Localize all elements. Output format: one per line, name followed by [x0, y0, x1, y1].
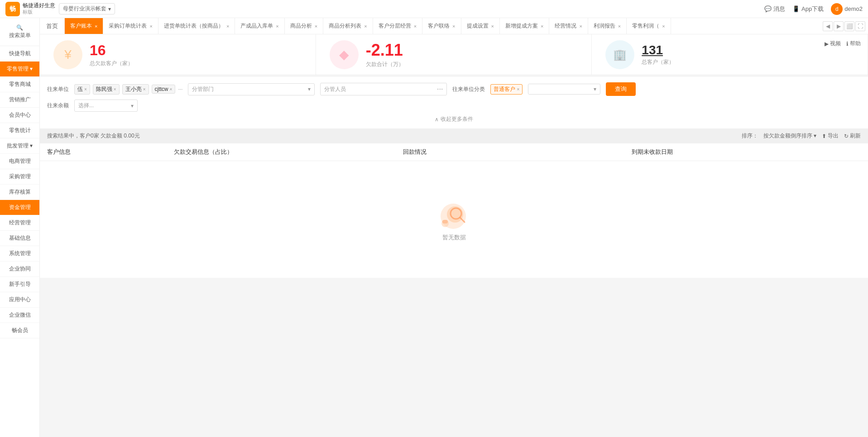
refresh-button[interactable]: ↻ 刷新 — [844, 132, 861, 140]
filter-more-tags[interactable]: ··· — [178, 86, 182, 92]
sidebar-item-finance[interactable]: 资金管理 — [0, 200, 39, 215]
sidebar-item-purchase[interactable]: 采购管理 — [0, 169, 39, 185]
person-filter-select[interactable]: 分管人员 ··· — [320, 83, 447, 95]
filter-tag-normal-close[interactable]: × — [517, 87, 519, 92]
tab-customer-layer[interactable]: 客户分层经营 × — [373, 18, 422, 34]
tab-customer-ledger[interactable]: 客户账本 × — [65, 18, 103, 34]
tab-product-analysis[interactable]: 商品分析 × — [285, 18, 323, 34]
sidebar-item-wholesale[interactable]: 批发管理 ▾ — [0, 138, 39, 154]
sidebar-item-wechat[interactable]: 企业微信 — [0, 308, 39, 323]
tab-next-button[interactable]: ▶ — [834, 21, 844, 31]
stat-debt-label: 欠款合计（万） — [366, 61, 404, 68]
tab-close-product-instock[interactable]: × — [276, 24, 278, 29]
sidebar-item-operations[interactable]: 经营管理 — [0, 215, 39, 231]
filter-tag-wang-close[interactable]: × — [143, 87, 146, 92]
tab-retail-profit[interactable]: 零售利润（ × — [627, 18, 671, 34]
filter-tag-cjttcw-close[interactable]: × — [170, 87, 173, 92]
unit-class-label: 往来单位分类 — [452, 86, 485, 93]
stat-debt-icon: ◆ — [330, 40, 359, 69]
filter-tag-cjttcw: cjttcw × — [152, 85, 176, 94]
yuan-icon: ¥ — [64, 48, 72, 62]
export-button[interactable]: ⬆ 导出 — [822, 132, 839, 140]
chevron-down-icon-wholesale: ▾ — [30, 142, 33, 149]
col-due-date: 到期未收款日期 — [632, 148, 861, 156]
table-empty-state: 暂无数据 — [40, 161, 868, 278]
stat-debt-text: -2.11 欠款合计（万） — [366, 41, 404, 68]
sidebar-item-marketing[interactable]: 营销推广 — [0, 92, 39, 108]
message-label: 消息 — [773, 5, 785, 13]
collapse-button[interactable]: ∧ 收起更多条件 — [47, 115, 861, 123]
filter-tag-chen-close[interactable]: × — [114, 87, 116, 92]
app-download-button[interactable]: 📱 App下载 — [792, 5, 824, 13]
tab-close-customer-ledger[interactable]: × — [95, 24, 97, 29]
filter-tag-wu: 伍 × — [74, 84, 90, 95]
sidebar-item-system[interactable]: 系统管理 — [0, 246, 39, 261]
main-layout: 🔍 搜索菜单 快捷导航 零售管理 ▾ 零售商城 营销推广 会员中心 零售统计 批… — [0, 18, 868, 437]
balance-filter-label: 往来余额 — [47, 102, 69, 109]
sidebar-item-enterprise[interactable]: 企业协同 — [0, 261, 39, 277]
tab-close-profit[interactable]: × — [618, 24, 621, 29]
tab-product-instock[interactable]: 产成品入库单 × — [235, 18, 284, 34]
tab-purchase-stats[interactable]: 采购订单统计表 × — [103, 18, 158, 34]
sidebar-item-basic-info[interactable]: 基础信息 — [0, 231, 39, 246]
tab-close-instock-stats[interactable]: × — [226, 24, 229, 29]
tab-close-product-analysis[interactable]: × — [315, 24, 317, 29]
filter-tag-wang: 王小亮 × — [122, 84, 149, 95]
sidebar-item-member[interactable]: 会员中心 — [0, 108, 39, 123]
tab-business-status[interactable]: 经营情况 × — [549, 18, 588, 34]
filter-area: 往来单位 伍 × 陈民强 × 王小亮 × — [40, 77, 868, 128]
unit-filter-label: 往来单位 — [47, 86, 69, 93]
sidebar-item-retail-mall[interactable]: 零售商城 — [0, 77, 39, 92]
stat-debtors-text: 16 总欠款客户（家） — [90, 42, 133, 67]
sidebar-item-app-center[interactable]: 应用中心 — [0, 292, 39, 308]
tab-fullscreen-button[interactable]: ⛶ — [855, 21, 865, 31]
message-button[interactable]: 💬 消息 — [764, 5, 785, 13]
tab-instock-stats[interactable]: 进货单统计表（按商品） × — [158, 18, 235, 34]
tab-product-list[interactable]: 商品分析列表 × — [323, 18, 373, 34]
filter-tag-wu-close[interactable]: × — [84, 87, 87, 92]
tab-close-product-list[interactable]: × — [364, 24, 367, 29]
balance-chevron-icon: ▾ — [131, 103, 134, 109]
page-content: ¥ 16 总欠款客户（家） ◆ -2.11 欠款合计（万） — [40, 34, 868, 437]
tab-close-business[interactable]: × — [579, 24, 582, 29]
sidebar-item-retail[interactable]: 零售管理 ▾ — [0, 62, 39, 77]
tab-close-customer-contact[interactable]: × — [452, 24, 455, 29]
sidebar-item-ecommerce[interactable]: 电商管理 — [0, 154, 39, 169]
account-selector[interactable]: 母婴行业演示帐套 ▾ — [59, 3, 115, 14]
stat-debtors-label: 总欠款客户（家） — [90, 60, 133, 67]
tab-close-commission[interactable]: × — [491, 24, 494, 29]
help-button[interactable]: ℹ 帮助 — [846, 40, 861, 48]
filter-unit-class-tags: 普通客户 × — [490, 84, 523, 95]
search-menu-button[interactable]: 🔍 搜索菜单 — [4, 23, 36, 41]
sidebar-search-section: 🔍 搜索菜单 — [0, 18, 39, 46]
tab-profit-report[interactable]: 利润报告 × — [588, 18, 627, 34]
logo-icon: 畅 — [5, 2, 20, 16]
tab-commission-settings[interactable]: 提成设置 × — [461, 18, 500, 34]
balance-filter-select[interactable]: 选择... ▾ — [74, 100, 138, 112]
tab-close-customer-layer[interactable]: × — [414, 24, 417, 29]
tab-close-purchase-stats[interactable]: × — [149, 24, 152, 29]
tab-home[interactable]: 首页 — [40, 18, 65, 34]
video-button[interactable]: ▶ 视频 — [825, 40, 841, 48]
sidebar-item-quick-nav[interactable]: 快捷导航 — [0, 46, 39, 62]
tab-close-new-commission[interactable]: × — [541, 24, 543, 29]
dept-filter-select[interactable]: 分管部门 ▾ — [188, 83, 315, 95]
tab-close-retail-profit[interactable]: × — [662, 24, 665, 29]
unit-class-extra-select[interactable]: ▾ — [528, 84, 600, 95]
username-label: demo2 — [844, 5, 863, 12]
query-button[interactable]: 查询 — [606, 82, 636, 96]
user-avatar-area[interactable]: d demo2 — [831, 3, 863, 15]
stat-customers-label: 总客户（家） — [642, 58, 674, 66]
sidebar-item-guide[interactable]: 新手引导 — [0, 277, 39, 292]
tab-expand-button[interactable]: ⬜ — [844, 21, 854, 31]
content-area: 首页 客户账本 × 采购订单统计表 × 进货单统计表（按商品） × 产成品入库单… — [40, 18, 868, 437]
tab-customer-contact[interactable]: 客户联络 × — [422, 18, 461, 34]
tab-prev-button[interactable]: ◀ — [823, 21, 833, 31]
sort-value[interactable]: 按欠款金额倒序排序 ▾ — [763, 132, 816, 140]
account-selector-label: 母婴行业演示帐套 — [63, 5, 106, 13]
sidebar-item-inventory[interactable]: 库存核算 — [0, 185, 39, 200]
sidebar-item-member2[interactable]: 畅会员 — [0, 323, 39, 338]
sidebar-item-retail-stats[interactable]: 零售统计 — [0, 123, 39, 138]
filter-unit-tags: 伍 × 陈民强 × 王小亮 × cjttcw × — [74, 84, 182, 95]
tab-new-commission[interactable]: 新增提成方案 × — [500, 18, 549, 34]
